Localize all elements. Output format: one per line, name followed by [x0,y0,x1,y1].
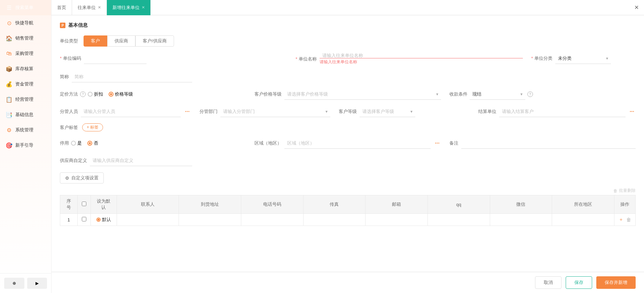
unit-category-select[interactable]: 未分类 ▾ [555,53,611,64]
cell-contact[interactable] [117,214,179,226]
sidebar-item-finance[interactable]: 💰 资金管理 [0,76,51,92]
add-tag-button[interactable]: + 标签 [82,123,103,131]
tab-partners-close[interactable]: ✕ [98,5,101,10]
manager-more-btn[interactable]: ··· [183,108,191,115]
cell-fax[interactable] [303,214,366,226]
sales-icon: 🏠 [6,35,13,42]
form-footer: 取消 保存 保存并新增 [52,272,644,293]
batch-delete-button[interactable]: 🗑 批量删除 [613,188,636,194]
qq-input[interactable] [432,217,486,222]
unit-code-input[interactable]: 000009 [84,53,147,64]
cell-qq[interactable] [427,214,490,226]
tab-partners[interactable]: 往来单位 ✕ [72,0,107,15]
contact-input[interactable] [121,217,175,222]
cell-wechat[interactable] [490,214,552,226]
phone-input[interactable] [245,217,299,222]
unit-name-label: 单位名称 [296,56,317,62]
form-content: P 基本信息 单位类型 客户 供应商 客户/供应商 单位编码 000009 单位… [52,15,644,272]
settlement-more-btn[interactable]: ··· [628,108,636,115]
sidebar-item-system[interactable]: ⚙ 系统管理 [0,122,51,138]
sidebar-item-sales[interactable]: 🏠 销售管理 [0,31,51,46]
sidebar-item-guide[interactable]: 🎯 新手引导 [0,138,51,153]
pricing-label: 定价方法 [60,91,78,97]
supplier-custom-input[interactable] [90,155,192,166]
sidebar-item-label: 资金管理 [15,81,33,87]
sidebar-item-inventory[interactable]: 📦 库存核算 [0,61,51,76]
sidebar-item-label: 基础信息 [15,112,33,118]
sidebar-item-purchase[interactable]: 🛍 采购管理 [0,46,51,61]
type-btn-supplier[interactable]: 供应商 [107,35,135,47]
yes-radio-circle [71,141,76,146]
tab-partners-label: 往来单位 [78,5,96,11]
cancel-button[interactable]: 取消 [535,276,561,289]
type-btn-customer[interactable]: 客户 [84,35,107,47]
custom-settings-button[interactable]: ⚙ 自定义项设置 [60,172,104,184]
pricing-radio-discount[interactable]: 折扣 [88,91,103,97]
tag-row: 客户标签 + 标签 [60,123,636,131]
disabled-radio-yes[interactable]: 是 [71,140,82,146]
region-field: 区域（地区） ··· [254,138,441,149]
row-checkbox[interactable] [82,217,86,221]
region-more-btn[interactable]: ··· [433,140,441,146]
sidebar-item-basic-info[interactable]: 📑 基础信息 [0,107,51,122]
type-btn-both[interactable]: 客户/供应商 [135,35,174,47]
unit-type-row: 单位类型 客户 供应商 客户/供应商 [60,35,636,47]
department-label: 分管部门 [199,108,218,115]
col-contact: 联系人 [117,195,179,214]
contact-table: 序号 设为默认 联系人 到货地址 电话号码 传真 邮箱 qq 微信 所在地区 操… [60,195,636,226]
department-field: 分管部门 请输入分管部门 ▾ [199,106,331,117]
pricing-help-icon[interactable]: ? [80,91,86,97]
save-button[interactable]: 保存 [566,276,592,289]
settlement-unit-input[interactable] [499,106,626,117]
window-close-button[interactable]: ✕ [629,0,644,15]
department-select[interactable]: 请输入分管部门 ▾ [220,106,331,117]
customer-price-level-select[interactable]: 请选择客户价格等级 ▾ [284,89,441,100]
cell-phone[interactable] [241,214,303,226]
save-new-button[interactable]: 保存并新增 [596,276,636,289]
payment-terms-select[interactable]: 现结 ▾ [470,89,525,100]
add-row-button[interactable]: ＋ [619,217,623,223]
supplier-custom-row: 供应商自定义 [60,155,636,166]
disabled-radio-no[interactable]: 否 [87,140,98,146]
cell-address[interactable] [179,214,241,226]
region-table-input[interactable] [556,217,610,222]
pricing-radio-price-level[interactable]: 价格等级 [109,91,133,97]
wechat-input[interactable] [494,217,548,222]
tab-home[interactable]: 首页 [52,0,72,15]
tab-new-partner[interactable]: 新增往来单位 ✕ [107,0,151,15]
manager-input[interactable] [81,106,181,117]
sidebar-item-quick-nav[interactable]: ⊙ 快捷导航 [0,15,51,31]
sidebar-item-operations[interactable]: 📋 经营管理 [0,92,51,107]
tab-new-partner-close[interactable]: ✕ [142,5,145,10]
customer-level-select[interactable]: 请选择客户等级 ▾ [360,106,415,117]
delete-row-button[interactable]: 🗑 [626,217,631,222]
remark-input[interactable] [461,138,636,149]
unit-name-input[interactable] [320,53,523,58]
customer-price-level-placeholder: 请选择客户价格等级 [287,91,436,97]
sidebar-bottom-btn-right[interactable]: ▶ [27,278,47,289]
no-radio-circle [87,141,92,146]
tab-bar: 首页 往来单位 ✕ 新增往来单位 ✕ ✕ [52,0,644,15]
col-address: 到货地址 [179,195,241,214]
sidebar-item-label: 经营管理 [15,96,33,103]
tab-home-label: 首页 [57,5,66,11]
default-radio-circle[interactable] [96,218,101,222]
cell-region[interactable] [552,214,614,226]
payment-terms-help-icon[interactable]: ? [527,91,533,97]
price-level-radio-circle [109,92,113,97]
address-input[interactable] [183,217,237,222]
region-input[interactable] [284,138,431,149]
discount-label: 折扣 [94,91,103,97]
disabled-row: 停用 是 否 区域（地区） ··· 备注 [60,138,636,149]
abbreviation-input[interactable] [72,71,192,82]
guide-icon: 🎯 [6,142,13,149]
sidebar-bottom-btn-left[interactable]: ⊕ [4,278,24,289]
unit-type-field: 单位类型 客户 供应商 客户/供应商 [60,35,636,47]
email-input[interactable] [370,217,423,222]
cell-email[interactable] [366,214,428,226]
header-checkbox[interactable] [82,202,86,206]
sidebar-item-search[interactable]: ☰ 搜索菜单 [0,0,51,15]
custom-settings-label: 自定义项设置 [71,175,99,181]
fax-input[interactable] [308,217,361,222]
col-phone: 电话号码 [241,195,303,214]
